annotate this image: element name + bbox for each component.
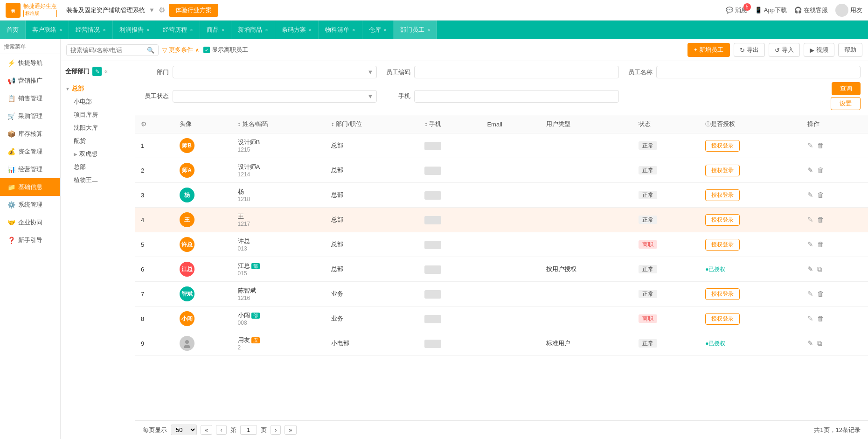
tab-customer[interactable]: 客户联络× xyxy=(26,21,69,39)
edit-icon[interactable]: ✎ xyxy=(807,166,813,174)
auth-login-button[interactable]: 授权登录 xyxy=(705,288,740,300)
page-number-input[interactable] xyxy=(240,425,257,435)
dept-item-small-elec[interactable]: 小电部 xyxy=(61,95,135,108)
show-resigned-toggle[interactable]: ✓ 显示离职员工 xyxy=(203,46,248,54)
dept-item-project-storage[interactable]: 项目库房 xyxy=(61,108,135,121)
tab-goods[interactable]: 商品× xyxy=(200,21,231,39)
import-button[interactable]: ↺ 导入 xyxy=(769,43,800,57)
dept-item-headquarter-group[interactable]: ▼ 总部 xyxy=(61,82,135,95)
next-page-button[interactable]: › xyxy=(271,425,281,435)
edit-icon[interactable]: ✎ xyxy=(807,265,813,273)
copy-icon[interactable]: ⧉ xyxy=(817,265,822,273)
tab-warehouse[interactable]: 仓库× xyxy=(362,21,394,39)
sidebar-item-finance[interactable]: 💰 资金管理 xyxy=(0,143,60,160)
copy-icon[interactable]: ⧉ xyxy=(817,339,822,347)
settings-icon[interactable]: ⚙ xyxy=(159,6,165,14)
col-phone[interactable]: ↕ 手机 xyxy=(419,115,481,133)
view-button[interactable]: ▶ 视频 xyxy=(804,43,834,57)
delete-icon[interactable]: 🗑 xyxy=(817,191,824,199)
user-menu[interactable]: 用友 xyxy=(835,4,862,17)
edit-icon[interactable]: ✎ xyxy=(807,141,813,149)
close-icon[interactable]: × xyxy=(103,27,105,33)
close-icon[interactable]: × xyxy=(427,27,430,33)
edit-icon[interactable]: ✎ xyxy=(807,314,813,322)
delete-icon[interactable]: 🗑 xyxy=(817,141,824,149)
dept-tree-collapse-button[interactable]: « xyxy=(104,68,108,75)
search-submit-icon[interactable]: 🔍 xyxy=(147,47,154,54)
close-icon[interactable]: × xyxy=(309,27,312,33)
delete-icon[interactable]: 🗑 xyxy=(817,314,824,322)
close-icon[interactable]: × xyxy=(222,27,224,33)
show-resigned-checkbox[interactable]: ✓ xyxy=(203,47,210,53)
dept-item-plant[interactable]: 植物王二 xyxy=(61,174,135,187)
sidebar-search-input[interactable] xyxy=(4,43,61,50)
auth-login-button[interactable]: 授权登录 xyxy=(705,140,740,152)
tab-bom[interactable]: 物料清单× xyxy=(319,21,362,39)
sidebar-item-guide[interactable]: ❓ 新手引导 xyxy=(0,231,60,249)
filter-emp-name-input[interactable] xyxy=(656,66,861,78)
delete-icon[interactable]: 🗑 xyxy=(817,216,824,223)
search-wrap[interactable]: 🔍 xyxy=(66,44,159,56)
sidebar-item-purchase[interactable]: 🛒 采购管理 xyxy=(0,107,60,125)
sidebar-item-sales[interactable]: 📋 销售管理 xyxy=(0,90,60,107)
message-button[interactable]: 💬 消息 5 xyxy=(726,6,747,14)
search-input[interactable] xyxy=(70,47,145,54)
dept-item-dispatch[interactable]: 配货 xyxy=(61,134,135,147)
auth-login-button[interactable]: 授权登录 xyxy=(705,239,740,251)
edit-icon[interactable]: ✎ xyxy=(807,290,813,298)
tab-history[interactable]: 经营历程× xyxy=(156,21,200,39)
filter-emp-code-input[interactable] xyxy=(414,66,618,78)
auth-login-button[interactable]: 授权登录 xyxy=(705,313,740,325)
app-download-button[interactable]: 📱 App下载 xyxy=(755,6,787,14)
close-icon[interactable]: × xyxy=(352,27,355,33)
per-page-select[interactable]: 50 20 100 xyxy=(171,425,197,435)
close-icon[interactable]: × xyxy=(59,27,62,33)
sidebar-item-inventory[interactable]: 📦 库存核算 xyxy=(0,125,60,143)
dept-item-shenyang[interactable]: 沈阳大库 xyxy=(61,121,135,134)
export-button[interactable]: ↻ 导出 xyxy=(734,43,765,57)
dept-item-shuanghu[interactable]: ▶ 双虎想 xyxy=(61,147,135,160)
filter-phone-input[interactable] xyxy=(414,90,618,103)
close-icon[interactable]: × xyxy=(384,27,387,33)
first-page-button[interactable]: « xyxy=(201,425,212,435)
edit-icon[interactable]: ✎ xyxy=(807,339,813,347)
sidebar-item-basic-info[interactable]: 📁 基础信息 xyxy=(0,178,60,196)
tab-barcode[interactable]: 条码方案× xyxy=(275,21,319,39)
dept-edit-button[interactable]: ✎ xyxy=(92,67,102,76)
title-dropdown-arrow[interactable]: ▼ xyxy=(149,7,155,14)
prev-page-button[interactable]: ‹ xyxy=(216,425,226,435)
help-button[interactable]: 帮助 xyxy=(838,43,862,57)
close-icon[interactable]: × xyxy=(265,27,268,33)
sidebar-item-system[interactable]: ⚙️ 系统管理 xyxy=(0,196,60,214)
trial-button[interactable]: 体验行业方案 xyxy=(169,4,218,17)
delete-icon[interactable]: 🗑 xyxy=(817,240,824,248)
tab-employee[interactable]: 部门员工× xyxy=(394,21,437,39)
tab-profit[interactable]: 利润报告× xyxy=(113,21,156,39)
tab-operation[interactable]: 经营情况× xyxy=(69,21,112,39)
close-icon[interactable]: × xyxy=(146,27,149,33)
edit-icon[interactable]: ✎ xyxy=(807,216,813,223)
col-name[interactable]: ↕ 姓名/编码 xyxy=(232,115,326,133)
delete-icon[interactable]: 🗑 xyxy=(817,166,824,174)
auth-login-button[interactable]: 授权登录 xyxy=(705,165,740,176)
sidebar-item-quick-nav[interactable]: ⚡ 快捷导航 xyxy=(0,54,60,72)
sidebar-search[interactable]: 🔍 xyxy=(0,39,60,54)
query-button[interactable]: 查询 xyxy=(832,82,861,95)
col-dept[interactable]: ↕ 部门/职位 xyxy=(326,115,419,133)
filter-status-select-wrap[interactable]: ▼ xyxy=(173,90,377,103)
reset-button[interactable]: 设置 xyxy=(831,97,861,110)
add-employee-button[interactable]: + 新增员工 xyxy=(687,43,730,57)
online-service-button[interactable]: 🎧 在线客服 xyxy=(794,6,828,14)
sidebar-item-collab[interactable]: 🤝 企业协同 xyxy=(0,214,60,231)
filter-dept-select[interactable] xyxy=(173,66,377,78)
filter-dept-select-wrap[interactable]: ▼ xyxy=(173,66,377,78)
filter-status-select[interactable] xyxy=(173,90,377,103)
tab-add-goods[interactable]: 新增商品× xyxy=(231,21,275,39)
col-settings[interactable]: ⚙ xyxy=(135,115,174,133)
auth-login-button[interactable]: 授权登录 xyxy=(705,189,740,201)
dept-item-hq[interactable]: 总部 xyxy=(61,160,135,174)
delete-icon[interactable]: 🗑 xyxy=(817,290,824,298)
sidebar-item-marketing[interactable]: 📢 营销推广 xyxy=(0,72,60,90)
sidebar-item-business[interactable]: 📊 经营管理 xyxy=(0,160,60,178)
edit-icon[interactable]: ✎ xyxy=(807,191,813,199)
